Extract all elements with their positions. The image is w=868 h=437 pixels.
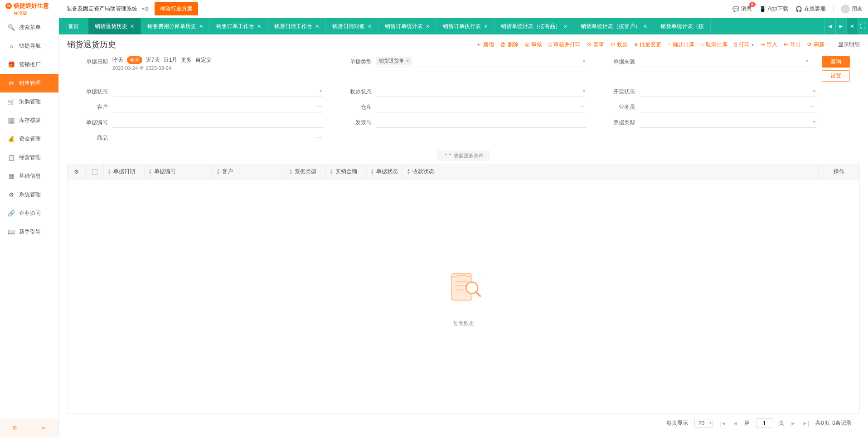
audit-print-button[interactable]: ⎙审核并打印: [548, 41, 581, 49]
tabs-scroll-right[interactable]: ►: [835, 18, 846, 34]
tab-10[interactable]: 销货单统计表（按: [654, 18, 711, 34]
more-icon[interactable]: ⋯: [810, 103, 815, 110]
tab-8[interactable]: 销货单统计表（按商品）✕: [495, 18, 574, 34]
more-icon[interactable]: ⋯: [316, 134, 322, 141]
sidebar-item-nav[interactable]: ⌂快捷导航: [0, 37, 58, 55]
invoice-status-select[interactable]: ▾: [640, 86, 816, 97]
receive-button[interactable]: ⊙收款: [611, 41, 628, 49]
message-button[interactable]: 💬 消息 6: [732, 5, 752, 13]
chip-remove-icon[interactable]: ✕: [406, 58, 409, 63]
tab-7[interactable]: 销售订单执行表✕: [436, 18, 495, 34]
sidebar-collapse-icon[interactable]: ⇤: [42, 425, 46, 431]
sidebar-item-money[interactable]: 💰资金管理: [0, 130, 58, 148]
last-page-button[interactable]: ►|: [802, 420, 809, 427]
tab-close-icon[interactable]: ✕: [315, 24, 319, 29]
col-bill-date[interactable]: ▲▼单据日期: [104, 164, 145, 179]
tab-3[interactable]: 销售订单工作台✕: [210, 18, 268, 34]
col-ticket-type[interactable]: ▲▼票据类型: [285, 164, 326, 179]
export-button[interactable]: ⇤导出: [784, 41, 801, 49]
tab-close-icon[interactable]: ✕: [368, 24, 372, 29]
prev-page-button[interactable]: ◄: [732, 420, 738, 427]
show-detail-toggle[interactable]: 显示明细: [831, 41, 860, 49]
tab-close-icon[interactable]: ✕: [199, 24, 203, 29]
tab-close-icon[interactable]: ✕: [484, 24, 488, 29]
tab-close-icon[interactable]: ✕: [643, 24, 647, 29]
more-icon[interactable]: ⋯: [316, 103, 322, 110]
collapse-filters-button[interactable]: ⌃⌃ 收起更多条件: [437, 151, 490, 161]
user-menu[interactable]: 用友: [841, 5, 863, 14]
sidebar-item-sale[interactable]: 🛍销售管理: [0, 74, 58, 92]
date-option-2[interactable]: 近7天: [146, 56, 160, 64]
ticket-type-select[interactable]: ▾: [640, 117, 816, 128]
app-download-button[interactable]: 📱 App下载: [759, 5, 788, 13]
product-selector[interactable]: 装备及固定资产辅助管理系统 ▾: [67, 5, 144, 13]
sidebar-item-gear[interactable]: ⚙系统管理: [0, 185, 58, 204]
table-settings-header[interactable]: ⚙: [68, 164, 86, 179]
page-size-select[interactable]: 20▾: [694, 419, 713, 428]
tab-close-icon[interactable]: ✕: [130, 24, 134, 29]
tabs-scroll-left[interactable]: ◄: [824, 18, 835, 34]
col-amount[interactable]: ▲▼实销金额: [326, 164, 367, 179]
bill-type-chip[interactable]: 销货退货单✕: [376, 57, 412, 65]
sidebar-item-search[interactable]: 🔍搜索菜单: [0, 18, 58, 37]
sidebar-item-gift[interactable]: 🎁营销推广: [0, 55, 58, 74]
add-button[interactable]: ＋新增: [476, 41, 494, 49]
date-option-0[interactable]: 昨天: [112, 56, 123, 64]
experience-industry-button[interactable]: 体验行业方案: [155, 2, 198, 15]
first-page-button[interactable]: |◄: [719, 420, 726, 427]
refresh-button[interactable]: ⟳刷新: [807, 41, 824, 49]
tab-0[interactable]: 首页: [59, 18, 88, 34]
tab-1[interactable]: 销货退货历史✕: [88, 18, 141, 34]
customer-input[interactable]: ⋯: [112, 102, 323, 112]
col-receive-status[interactable]: ▲▼收款状态: [403, 164, 819, 179]
tab-close-icon[interactable]: ✕: [563, 24, 567, 29]
warehouse-input[interactable]: ⋯: [376, 102, 587, 112]
goods-input[interactable]: ⋯: [112, 132, 323, 143]
sidebar-item-book[interactable]: 📖新手引导: [0, 223, 58, 241]
table-select-all[interactable]: [86, 164, 104, 179]
bill-type-select[interactable]: 销货退货单✕ ▾: [376, 56, 587, 67]
sidebar-item-grid[interactable]: ▦基础信息: [0, 167, 58, 185]
tab-close-icon[interactable]: ✕: [257, 24, 261, 29]
delete-button[interactable]: 🗑删除: [500, 41, 519, 49]
receive-status-select[interactable]: ▾: [376, 86, 587, 97]
audit-button[interactable]: ◎审核: [525, 41, 542, 49]
confirm-out-button[interactable]: ⌂确认出库: [668, 41, 694, 49]
tab-4[interactable]: 钱货日清工作台✕: [268, 18, 326, 34]
sidebar-item-stock[interactable]: 🏢库存核算: [0, 111, 58, 130]
date-option-3[interactable]: 近1月: [164, 56, 178, 64]
tab-2[interactable]: 销售费用分摊单历史✕: [141, 18, 210, 34]
next-page-button[interactable]: ►: [790, 420, 796, 427]
page-number-input[interactable]: [756, 418, 772, 428]
tab-6[interactable]: 销售订单统计表✕: [378, 18, 436, 34]
date-option-1[interactable]: 今天: [127, 56, 142, 64]
query-button[interactable]: 查询: [822, 56, 850, 68]
print-button[interactable]: ⎙打印▾: [734, 41, 754, 49]
col-bill-status[interactable]: ▲▼单据状态: [367, 164, 403, 179]
sidebar-item-link[interactable]: 🔗企业协同: [0, 204, 58, 223]
more-icon[interactable]: ⋯: [579, 103, 585, 110]
discard-button[interactable]: ⊘弃审: [587, 41, 604, 49]
tabs-fullscreen[interactable]: ⛶: [857, 18, 868, 34]
date-option-5[interactable]: 自定义: [195, 56, 212, 64]
tab-close-icon[interactable]: ✕: [426, 24, 430, 29]
settings-button[interactable]: 设置: [822, 70, 850, 82]
sidebar-item-clipboard[interactable]: 📋经营管理: [0, 148, 58, 167]
bill-status-select[interactable]: ▾: [112, 86, 323, 97]
product-settings-icon[interactable]: ⚙: [144, 6, 149, 12]
tabs-close-all[interactable]: ✕: [846, 18, 857, 34]
tab-9[interactable]: 销货单统计表（按客户）✕: [574, 18, 654, 34]
sidebar-settings-icon[interactable]: ⚙: [12, 425, 17, 431]
bill-date-control[interactable]: 昨天今天近7天近1月更多自定义 2023-03-24 至 2023-03-24: [112, 56, 323, 73]
online-service-button[interactable]: 🎧 在线客服: [795, 5, 826, 13]
sidebar-item-cart[interactable]: 🛒采购管理: [0, 92, 58, 111]
col-customer[interactable]: ▲▼客户: [213, 164, 285, 179]
cancel-out-button[interactable]: ⌂取消出库: [701, 41, 727, 49]
batch-change-button[interactable]: ≡批量变更: [634, 41, 661, 49]
col-bill-no[interactable]: ▲▼单据编号: [145, 164, 213, 179]
date-option-4[interactable]: 更多: [181, 56, 192, 64]
invoice-no-input[interactable]: [376, 117, 587, 128]
bill-no-input[interactable]: [112, 117, 323, 128]
salesman-input[interactable]: ⋯: [640, 102, 816, 112]
import-button[interactable]: ⇥导入: [760, 41, 777, 49]
